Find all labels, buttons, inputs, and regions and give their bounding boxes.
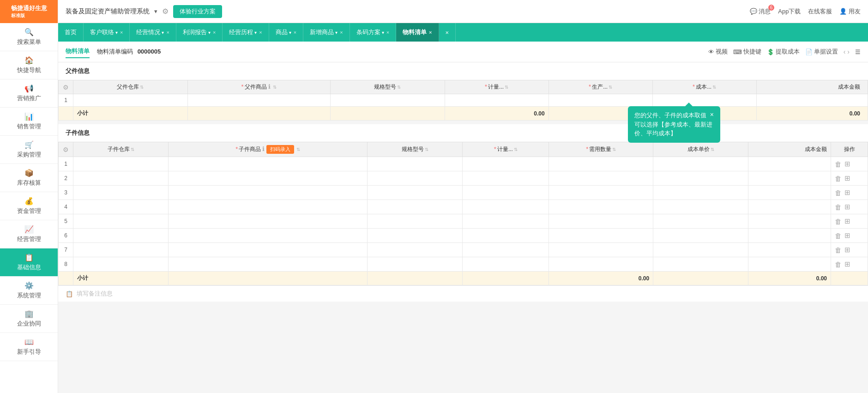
child-cell-goods-3[interactable] <box>169 186 368 200</box>
copy-icon-5[interactable]: ⊞ <box>844 217 850 225</box>
sidebar-item-guide[interactable]: 📖新手引导 <box>0 333 58 361</box>
child-cell-unit-2[interactable] <box>463 171 549 186</box>
child-cell-quantity-5[interactable] <box>549 214 653 229</box>
settings-action[interactable]: 📄 单据设置 <box>805 48 838 56</box>
child-cell-amount-4[interactable] <box>748 200 831 214</box>
child-cell-goods-6[interactable] <box>169 229 368 243</box>
child-cell-goods-4[interactable] <box>169 200 368 214</box>
child-cell-unit-price-5[interactable] <box>653 214 748 229</box>
sidebar-item-sales[interactable]: 📊销售管理 <box>0 108 58 136</box>
nav-tab-close-bom[interactable]: × <box>429 30 432 35</box>
copy-icon-3[interactable]: ⊞ <box>844 188 850 197</box>
child-cell-amount-7[interactable] <box>748 243 831 257</box>
sidebar-item-marketing[interactable]: 📢营销推广 <box>0 79 58 108</box>
app-download-link[interactable]: App下载 <box>778 7 801 16</box>
sidebar-item-quick-nav[interactable]: 🏠快捷导航 <box>0 51 58 79</box>
child-cell-amount-8[interactable] <box>748 257 831 272</box>
child-cell-spec-2[interactable] <box>368 171 463 186</box>
parent-cell-production-1[interactable] <box>549 94 652 107</box>
nav-tab-close-barcode[interactable]: × <box>386 30 389 35</box>
delete-icon-2[interactable]: 🗑 <box>835 175 842 182</box>
sub-tab-bom-list[interactable]: 物料清单 <box>66 45 90 58</box>
child-cell-amount-2[interactable] <box>748 171 831 186</box>
message-button[interactable]: 💬 6 消息 <box>750 7 771 16</box>
nav-tab-barcode[interactable]: 条码方案▾× <box>350 23 396 42</box>
nav-tab-profit[interactable]: 利润报告▾× <box>176 23 223 42</box>
sidebar-item-operation[interactable]: 📈经营管理 <box>0 220 58 248</box>
child-cell-warehouse-5[interactable] <box>73 214 169 229</box>
child-cell-goods-5[interactable] <box>169 214 368 229</box>
child-goods-info-icon[interactable]: ℹ <box>262 145 265 152</box>
nav-tab-close-operation-status[interactable]: × <box>166 30 169 35</box>
delete-icon-6[interactable]: 🗑 <box>835 232 842 240</box>
nav-tab-operation-status[interactable]: 经营情况▾× <box>130 23 176 42</box>
sidebar-item-purchase[interactable]: 🛒采购管理 <box>0 136 58 164</box>
menu-icon[interactable]: ☰ <box>855 48 861 55</box>
child-cell-quantity-8[interactable] <box>549 257 653 272</box>
child-cell-warehouse-1[interactable] <box>73 157 169 171</box>
child-cell-goods-1[interactable] <box>169 157 368 171</box>
sidebar-item-corp[interactable]: 🏢企业协同 <box>0 305 58 333</box>
nav-tab-close[interactable]: × <box>439 23 456 42</box>
child-cell-unit-1[interactable] <box>463 157 549 171</box>
prev-arrow[interactable]: ‹ <box>844 48 846 55</box>
child-cell-quantity-4[interactable] <box>549 200 653 214</box>
child-cell-unit-price-4[interactable] <box>653 200 748 214</box>
parent-cell-cost-1[interactable] <box>652 94 756 107</box>
nav-tab-bom[interactable]: 物料清单× <box>396 23 439 42</box>
nav-tab-close-profit[interactable]: × <box>213 30 216 35</box>
sidebar-item-finance[interactable]: 💰资金管理 <box>0 192 58 220</box>
child-cell-spec-4[interactable] <box>368 200 463 214</box>
child-cell-spec-5[interactable] <box>368 214 463 229</box>
system-dropdown-icon[interactable]: ▾ <box>154 8 157 15</box>
nav-tab-close-new-goods[interactable]: × <box>340 30 343 35</box>
settings-icon[interactable]: ⚙ <box>162 7 169 16</box>
sidebar-item-system[interactable]: ⚙️系统管理 <box>0 277 58 305</box>
tooltip-close[interactable]: × <box>710 110 714 120</box>
child-cell-spec-6[interactable] <box>368 229 463 243</box>
child-cell-unit-price-8[interactable] <box>653 257 748 272</box>
child-cell-unit-price-2[interactable] <box>653 171 748 186</box>
child-cell-amount-1[interactable] <box>748 157 831 171</box>
nav-tab-history[interactable]: 经营历程▾× <box>223 23 269 42</box>
next-arrow[interactable]: › <box>847 48 850 55</box>
child-cell-unit-6[interactable] <box>463 229 549 243</box>
child-cell-unit-5[interactable] <box>463 214 549 229</box>
parent-cell-goods-1[interactable] <box>187 94 330 107</box>
online-service-link[interactable]: 在线客服 <box>808 7 832 16</box>
child-cell-unit-3[interactable] <box>463 186 549 200</box>
child-cell-warehouse-8[interactable] <box>73 257 169 272</box>
child-cell-unit-price-3[interactable] <box>653 186 748 200</box>
cost-action[interactable]: 💲 提取成本 <box>767 48 800 56</box>
copy-icon-8[interactable]: ⊞ <box>844 260 850 268</box>
parent-th-gear[interactable]: ⚙ <box>59 80 73 94</box>
child-cell-warehouse-7[interactable] <box>73 243 169 257</box>
child-cell-unit-8[interactable] <box>463 257 549 272</box>
child-cell-quantity-7[interactable] <box>549 243 653 257</box>
delete-icon-4[interactable]: 🗑 <box>835 203 842 211</box>
child-cell-amount-6[interactable] <box>748 229 831 243</box>
copy-icon-1[interactable]: ⊞ <box>844 160 850 168</box>
copy-icon-6[interactable]: ⊞ <box>844 231 850 240</box>
child-cell-warehouse-3[interactable] <box>73 186 169 200</box>
parent-cell-warehouse-1[interactable] <box>73 94 188 107</box>
parent-cell-amount-1[interactable] <box>756 94 868 107</box>
child-th-gear[interactable]: ⚙ <box>59 142 73 157</box>
try-button[interactable]: 体验行业方案 <box>173 5 222 18</box>
child-cell-goods-7[interactable] <box>169 243 368 257</box>
child-cell-amount-3[interactable] <box>748 186 831 200</box>
copy-icon-2[interactable]: ⊞ <box>844 174 850 182</box>
shortcut-action[interactable]: ⌨ 快捷键 <box>733 48 761 56</box>
child-cell-goods-2[interactable] <box>169 171 368 186</box>
scan-button[interactable]: 扫码录入 <box>266 145 294 154</box>
delete-icon-8[interactable]: 🗑 <box>835 260 842 268</box>
nav-tab-close-customer[interactable]: × <box>120 30 123 35</box>
copy-icon-7[interactable]: ⊞ <box>844 246 850 254</box>
child-cell-unit-price-1[interactable] <box>653 157 748 171</box>
delete-icon-7[interactable]: 🗑 <box>835 246 842 254</box>
child-cell-quantity-6[interactable] <box>549 229 653 243</box>
child-cell-unit-4[interactable] <box>463 200 549 214</box>
nav-tab-home[interactable]: 首页 <box>58 23 84 42</box>
parent-cell-unit-1[interactable] <box>445 94 549 107</box>
child-cell-warehouse-4[interactable] <box>73 200 169 214</box>
